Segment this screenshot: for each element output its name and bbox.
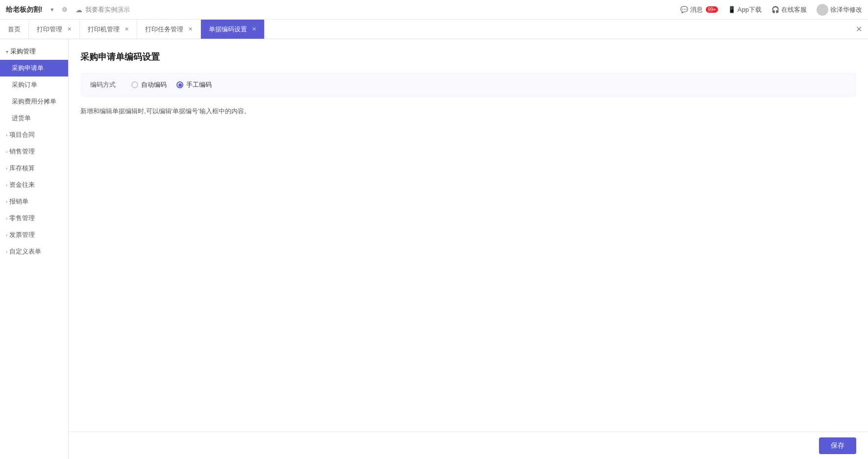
invoice-label: 发票管理 [9, 230, 35, 239]
tab-bar-close-button[interactable]: ✕ [850, 20, 868, 39]
tab-code-setting[interactable]: 单据编码设置 ✕ [201, 20, 265, 39]
retail-label: 零售管理 [9, 214, 35, 223]
tab-print-task-label: 打印任务管理 [145, 25, 183, 34]
message-icon: 💬 [680, 6, 688, 13]
invoice-arrow: › [6, 232, 7, 238]
tab-print-task-close[interactable]: ✕ [188, 26, 193, 32]
manual-code-option[interactable]: 手工编码 [176, 80, 212, 89]
manual-code-radio[interactable] [176, 81, 183, 88]
encoding-radio-group: 自动编码 手工编码 [131, 80, 212, 89]
project-label: 项目合同 [9, 130, 35, 139]
sidebar-group-retail[interactable]: › 零售管理 [0, 210, 68, 227]
top-bar-left: 给老板勿割! ▾ ⚙ ☁ 我要看实例演示 [6, 5, 130, 14]
sidebar-group-custom[interactable]: › 自定义表单 [0, 243, 68, 260]
sidebar-group-inventory[interactable]: › 库存核算 [0, 160, 68, 177]
sidebar-item-purchase-expense[interactable]: 采购费用分摊单 [0, 93, 68, 110]
tab-printer-management-close[interactable]: ✕ [124, 26, 129, 32]
encoding-label: 编码方式 [90, 80, 120, 89]
cloud-icon: ☁ [75, 6, 82, 14]
service-label: 在线客服 [781, 5, 807, 14]
main-layout: ▾ 采购管理 采购申请单 采购订单 采购费用分摊单 进货单 › 项目合同 › 销… [0, 39, 868, 459]
sidebar: ▾ 采购管理 采购申请单 采购订单 采购费用分摊单 进货单 › 项目合同 › 销… [0, 39, 69, 459]
sidebar-group-project[interactable]: › 项目合同 [0, 127, 68, 143]
sidebar-group-purchase[interactable]: ▾ 采购管理 [0, 43, 68, 60]
dropdown-icon[interactable]: ▾ [50, 6, 54, 13]
expense-arrow: › [6, 199, 7, 204]
sidebar-group-sales[interactable]: › 销售管理 [0, 143, 68, 160]
user-avatar-button[interactable]: 徐泽华修改 [817, 4, 862, 16]
headset-icon: 🎧 [771, 6, 779, 13]
search-bar[interactable]: ☁ 我要看实例演示 [75, 5, 130, 14]
tab-printer-management-label: 打印机管理 [88, 25, 120, 34]
online-service-button[interactable]: 🎧 在线客服 [771, 5, 807, 14]
purchase-group-label: 采购管理 [10, 47, 36, 56]
purchase-expense-label: 采购费用分摊单 [12, 98, 56, 105]
auto-code-option[interactable]: 自动编码 [131, 80, 167, 89]
purchase-group-arrow: ▾ [6, 49, 8, 54]
auto-code-radio[interactable] [131, 81, 138, 88]
user-name: 徐泽华修改 [830, 5, 862, 14]
finance-label: 资金往来 [9, 180, 35, 189]
sales-arrow: › [6, 149, 7, 154]
sidebar-item-purchase-request[interactable]: 采购申请单 [0, 60, 68, 76]
purchase-order-label: 采购订单 [12, 81, 37, 88]
sidebar-group-invoice[interactable]: › 发票管理 [0, 227, 68, 243]
sidebar-item-purchase-order[interactable]: 采购订单 [0, 76, 68, 93]
tab-print-management-label: 打印管理 [37, 25, 62, 34]
expense-label: 报销单 [9, 197, 28, 206]
save-button[interactable]: 保存 [819, 437, 856, 454]
inventory-arrow: › [6, 166, 7, 171]
tab-home-label: 首页 [8, 25, 21, 34]
retail-arrow: › [6, 216, 7, 221]
message-button[interactable]: 💬 消息 99+ [680, 5, 718, 14]
settings-icon[interactable]: ⚙ [62, 6, 68, 13]
search-text: 我要看实例演示 [85, 5, 130, 14]
encoding-row: 编码方式 自动编码 手工编码 [90, 80, 846, 89]
description-text: 新增和编辑单据编辑时,可以编辑'单据编号'输入框中的内容。 [80, 107, 856, 116]
tab-print-task[interactable]: 打印任务管理 ✕ [137, 20, 201, 39]
tab-code-setting-close[interactable]: ✕ [252, 26, 256, 32]
sidebar-group-finance[interactable]: › 资金往来 [0, 177, 68, 193]
tab-print-management[interactable]: 打印管理 ✕ [29, 20, 80, 39]
custom-arrow: › [6, 249, 7, 255]
content-area: 采购申请单编码设置 编码方式 自动编码 手工编码 [69, 39, 868, 459]
tab-home[interactable]: 首页 [0, 20, 29, 39]
content-inner: 采购申请单编码设置 编码方式 自动编码 手工编码 [69, 39, 868, 432]
content-footer: 保存 [69, 432, 868, 459]
sidebar-group-expense[interactable]: › 报销单 [0, 193, 68, 210]
custom-label: 自定义表单 [9, 247, 41, 256]
brand-title: 给老板勿割! [6, 5, 43, 14]
tab-code-setting-label: 单据编码设置 [209, 25, 247, 34]
sidebar-item-purchase-receipt[interactable]: 进货单 [0, 110, 68, 127]
phone-icon: 📱 [728, 6, 736, 13]
project-arrow: › [6, 132, 7, 138]
message-label: 消息 [690, 5, 703, 14]
tab-print-management-close[interactable]: ✕ [67, 26, 72, 32]
purchase-request-label: 采购申请单 [12, 64, 44, 72]
message-badge: 99+ [706, 6, 718, 13]
encoding-setting-section: 编码方式 自动编码 手工编码 [80, 73, 856, 97]
sales-label: 销售管理 [9, 147, 35, 156]
avatar-icon [817, 4, 828, 16]
app-download-label: App下载 [738, 5, 762, 14]
finance-arrow: › [6, 182, 7, 188]
inventory-label: 库存核算 [9, 164, 35, 173]
auto-code-label: 自动编码 [141, 80, 167, 89]
manual-code-label: 手工编码 [186, 80, 212, 89]
top-bar-right: 💬 消息 99+ 📱 App下载 🎧 在线客服 徐泽华修改 [680, 4, 862, 16]
tab-bar: 首页 打印管理 ✕ 打印机管理 ✕ 打印任务管理 ✕ 单据编码设置 ✕ ✕ [0, 20, 868, 39]
tab-printer-management[interactable]: 打印机管理 ✕ [80, 20, 137, 39]
page-title: 采购申请单编码设置 [80, 51, 856, 63]
top-bar: 给老板勿割! ▾ ⚙ ☁ 我要看实例演示 💬 消息 99+ 📱 App下载 🎧 … [0, 0, 868, 20]
app-download-button[interactable]: 📱 App下载 [728, 5, 762, 14]
purchase-receipt-label: 进货单 [12, 114, 31, 122]
